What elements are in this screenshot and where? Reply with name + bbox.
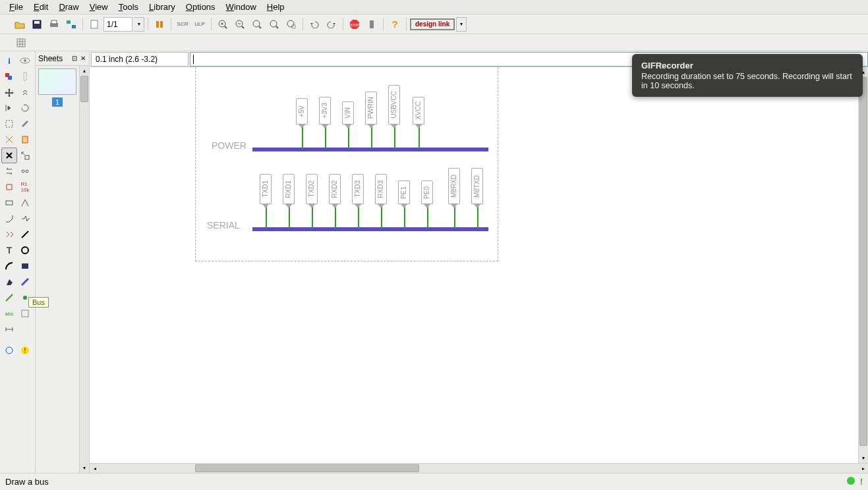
- net-label-txd2[interactable]: TXD2: [306, 174, 319, 229]
- scroll-down-icon[interactable]: ▾: [80, 463, 89, 473]
- go-button[interactable]: [364, 16, 380, 32]
- invoke-tool[interactable]: [1, 227, 17, 242]
- group-tool[interactable]: [1, 116, 17, 132]
- net-label-pe0[interactable]: PE0: [421, 180, 434, 229]
- wire-tool[interactable]: [17, 227, 33, 242]
- stop-button[interactable]: STOP: [347, 16, 362, 32]
- scroll-thumb[interactable]: [195, 464, 419, 472]
- layer-tool[interactable]: [1, 68, 17, 84]
- mark-tool[interactable]: [17, 68, 33, 84]
- net-label-txd1[interactable]: TXD1: [260, 174, 273, 229]
- circle-tool[interactable]: [17, 242, 33, 258]
- net-label-pe1[interactable]: PE1: [398, 180, 411, 229]
- scroll-up-icon[interactable]: ▴: [80, 66, 89, 76]
- designlink-button[interactable]: design link: [410, 18, 455, 30]
- menu-options[interactable]: Options: [181, 1, 221, 13]
- net-label-m8txd[interactable]: M8TXD: [471, 168, 484, 229]
- zoom-redraw-button[interactable]: [266, 16, 282, 32]
- script-button[interactable]: SCR: [175, 16, 190, 32]
- net-label-txd3[interactable]: TXD3: [352, 174, 365, 229]
- net-label-m8rxd[interactable]: M8RXD: [448, 168, 461, 229]
- canvas-vscrollbar[interactable]: ▴ ▾: [858, 67, 868, 463]
- zoom-in-button[interactable]: [215, 16, 231, 32]
- menu-view[interactable]: View: [84, 1, 113, 13]
- open-button[interactable]: [12, 16, 28, 32]
- scroll-down-icon[interactable]: ▾: [859, 453, 868, 463]
- name-tool[interactable]: R110k: [17, 179, 33, 195]
- dimension-tool[interactable]: [1, 321, 17, 337]
- sheets-list[interactable]: 1: [36, 66, 79, 473]
- scroll-thumb[interactable]: [80, 76, 88, 102]
- sheets-scrollbar[interactable]: ▴ ▾: [79, 66, 89, 473]
- arc-tool[interactable]: [1, 258, 17, 274]
- bus-tool[interactable]: Bus: [17, 274, 33, 290]
- menu-edit[interactable]: Edit: [28, 1, 53, 13]
- net-label-+5v[interactable]: +5V: [296, 98, 309, 149]
- rotate-tool[interactable]: [17, 100, 33, 116]
- polygon-tool[interactable]: [1, 274, 17, 290]
- page-selector[interactable]: 1/1: [103, 17, 132, 32]
- scroll-thumb[interactable]: [859, 77, 867, 446]
- grid-button[interactable]: [13, 35, 29, 51]
- pinswap-tool[interactable]: [1, 163, 17, 179]
- schematic-canvas[interactable]: POWER +5V+3V3VINPWRINUSBVCCXVCC SERIAL T…: [90, 67, 858, 463]
- copy-tool[interactable]: [17, 84, 33, 100]
- cam-button[interactable]: [63, 16, 79, 32]
- canvas-hscrollbar[interactable]: ◂ ▸: [90, 463, 868, 473]
- net-label-usbvcc[interactable]: USBVCC: [388, 85, 401, 149]
- replace-tool[interactable]: [1, 179, 17, 195]
- net-label-+3v3[interactable]: +3V3: [319, 97, 332, 149]
- zoom-out-button[interactable]: [232, 16, 248, 32]
- text-tool[interactable]: T: [1, 242, 17, 258]
- zoom-select-button[interactable]: [283, 16, 299, 32]
- miter-tool[interactable]: [1, 211, 17, 227]
- use-button[interactable]: [152, 16, 167, 32]
- info-tool[interactable]: i: [1, 53, 17, 68]
- net-label-rxd2[interactable]: RXD2: [329, 174, 342, 229]
- menu-draw[interactable]: Draw: [53, 1, 84, 13]
- net-label-pwrin[interactable]: PWRIN: [365, 92, 378, 149]
- help-button[interactable]: ?: [387, 16, 403, 32]
- net-label-rxd1[interactable]: RXD1: [283, 174, 296, 229]
- paste-tool[interactable]: [17, 132, 33, 148]
- errors-tool[interactable]: !: [17, 342, 33, 358]
- cut-tool[interactable]: [1, 132, 17, 148]
- undo-button[interactable]: [306, 16, 322, 32]
- move-tool[interactable]: [1, 84, 17, 100]
- print-button[interactable]: [46, 16, 62, 32]
- redo-button[interactable]: [324, 16, 339, 32]
- save-button[interactable]: [29, 16, 45, 32]
- menu-file[interactable]: File: [4, 1, 28, 13]
- label-tool[interactable]: abc: [1, 306, 17, 321]
- net-tool[interactable]: [1, 290, 17, 306]
- rect-tool[interactable]: [17, 258, 33, 274]
- page-dropdown[interactable]: ▾: [134, 17, 144, 32]
- mirror-tool[interactable]: [1, 100, 17, 116]
- net-label-vin[interactable]: VIN: [342, 101, 355, 149]
- sheets-controls[interactable]: ⊡ ✕: [72, 55, 86, 62]
- scroll-right-icon[interactable]: ▸: [858, 464, 868, 473]
- zoom-fit-button[interactable]: [249, 16, 265, 32]
- split-tool[interactable]: [17, 211, 33, 227]
- attribute-tool[interactable]: [17, 306, 33, 321]
- sheet-number[interactable]: 1: [52, 97, 63, 107]
- erc-tool[interactable]: [1, 342, 17, 358]
- scroll-left-icon[interactable]: ◂: [90, 464, 100, 473]
- gateswap-tool[interactable]: [17, 163, 33, 179]
- sheet-button[interactable]: [86, 16, 102, 32]
- menu-tools[interactable]: Tools: [113, 1, 144, 13]
- smash-tool[interactable]: [17, 195, 33, 211]
- designlink-dropdown[interactable]: ▾: [456, 17, 467, 32]
- menu-help[interactable]: Help: [262, 1, 290, 13]
- net-label-rxd3[interactable]: RXD3: [375, 174, 388, 229]
- change-tool[interactable]: [17, 116, 33, 132]
- menu-library[interactable]: Library: [144, 1, 181, 13]
- ulp-button[interactable]: ULP: [192, 16, 208, 32]
- show-tool[interactable]: [17, 53, 33, 68]
- delete-tool[interactable]: [1, 148, 17, 163]
- sheet-thumbnail[interactable]: [38, 68, 76, 95]
- net-label-xvcc[interactable]: XVCC: [413, 97, 426, 149]
- add-tool[interactable]: [17, 148, 33, 163]
- menu-window[interactable]: Window: [221, 1, 262, 13]
- value-tool[interactable]: [1, 195, 17, 211]
